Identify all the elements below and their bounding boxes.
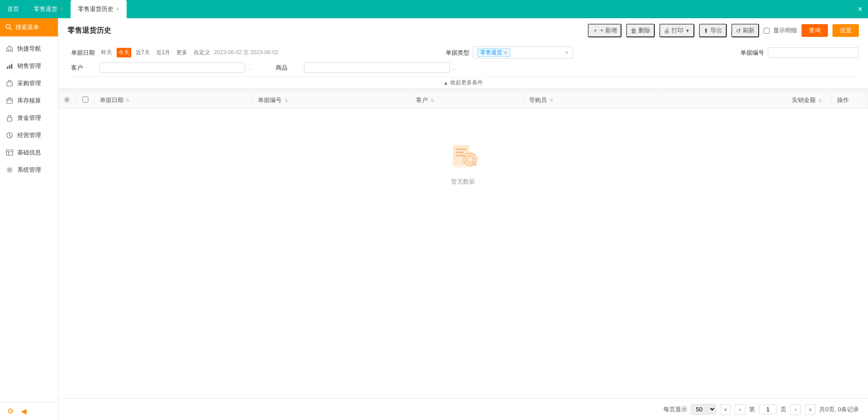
th-guide-sort-icon[interactable]: ⇅ [550, 98, 553, 103]
collapse-icon[interactable]: ◀ [21, 407, 26, 415]
date-more[interactable]: 更多 [175, 48, 189, 57]
table-container: 单据日期 ⇅ 单据编号 ⇅ 客户 ⇅ 导购员 ⇅ [58, 92, 868, 398]
customer-dots[interactable]: ... [245, 64, 254, 71]
refresh-button[interactable]: ↺ 刷新 [731, 24, 759, 37]
sidebar-item-basic-info[interactable]: 基础信息 [0, 144, 58, 161]
sidebar-item-inventory[interactable]: 库存核算 [0, 92, 58, 109]
voucher-type-select[interactable]: 零售退货 × ▼ [473, 46, 573, 59]
th-guide[interactable]: 导购员 ⇅ [524, 92, 659, 108]
th-no[interactable]: 单据编号 ⇅ [252, 92, 410, 108]
date-7days[interactable]: 近7天 [134, 48, 152, 57]
date-1month[interactable]: 近1月 [154, 48, 172, 57]
gear-circle-icon [5, 166, 14, 174]
svg-rect-5 [7, 82, 12, 86]
top-bar: 首页 零售退货 × 零售退货历史 × × [0, 0, 868, 18]
page-input[interactable] [759, 405, 777, 414]
svg-rect-9 [6, 150, 13, 155]
sidebar-item-basic-info-label: 基础信息 [17, 149, 41, 157]
th-no-label: 单据编号 [258, 97, 282, 103]
th-date[interactable]: 单据日期 ⇅ [94, 92, 252, 108]
date-custom[interactable]: 自定义 [192, 48, 212, 57]
tab-retail-return-close[interactable]: × [60, 6, 63, 12]
svg-point-10 [9, 169, 11, 171]
collapse-button[interactable]: ▲ 收起更多条件 [67, 77, 859, 88]
add-label: + 新增 [600, 26, 617, 35]
export-icon: ⬆ [704, 27, 709, 34]
voucher-type-remove[interactable]: × [504, 50, 507, 56]
svg-line-1 [10, 28, 12, 30]
bar-icon [5, 131, 14, 139]
th-gear[interactable] [58, 92, 77, 108]
add-button[interactable]: ＋ + 新增 [588, 24, 621, 37]
date-shortcuts: 昨天 今天 近7天 近1月 更多 自定义 [99, 48, 212, 57]
prev-page-button[interactable]: ‹ [734, 404, 745, 415]
pagination-bar: 每页显示 10 20 50 100 « ‹ 第 页 › » 共0页, 0条记录 [58, 398, 868, 420]
sidebar-item-finance-label: 资金管理 [17, 114, 41, 122]
tab-retail-return[interactable]: 零售退货 × [26, 0, 71, 18]
svg-rect-7 [7, 118, 12, 121]
print-icon: 🖨 [664, 27, 670, 34]
display-toggle[interactable]: 显示明细 [764, 26, 797, 35]
goods-input[interactable] [304, 62, 450, 73]
svg-rect-14 [456, 149, 467, 150]
th-amount-sort-icon[interactable]: ⇅ [818, 98, 822, 103]
tab-retail-return-history-close[interactable]: × [116, 6, 119, 12]
select-all-checkbox[interactable] [82, 97, 88, 102]
print-button[interactable]: 🖨 打印 ▼ [659, 24, 694, 37]
sidebar-item-system[interactable]: 系统管理 [0, 161, 58, 179]
th-customer-sort-icon[interactable]: ⇅ [431, 98, 434, 103]
th-guide-label: 导购员 [529, 97, 547, 103]
delete-button[interactable]: 🗑 删除 [626, 24, 655, 37]
goods-label: 商品 [272, 64, 304, 72]
export-button[interactable]: ⬆ 导出 [699, 24, 727, 37]
date-yesterday[interactable]: 昨天 [99, 48, 114, 57]
settings-icon[interactable]: ⚙ [7, 407, 14, 415]
sidebar-item-purchase[interactable]: 采购管理 [0, 75, 58, 92]
th-date-sort-icon[interactable]: ⇅ [126, 98, 129, 103]
settings-button[interactable]: 设置 [832, 24, 859, 37]
tab-retail-return-history-label: 零售退货历史 [78, 5, 113, 13]
svg-rect-6 [7, 99, 12, 103]
page-header: 零售退货历史 ＋ + 新增 🗑 删除 🖨 打印 ▼ [58, 18, 868, 89]
per-page-select[interactable]: 10 20 50 100 [691, 404, 716, 415]
sidebar-item-finance[interactable]: 资金管理 [0, 109, 58, 127]
toolbar: ＋ + 新增 🗑 删除 🖨 打印 ▼ ⬆ 导出 [588, 24, 859, 37]
collapse-up-icon: ▲ [443, 80, 448, 86]
th-checkbox[interactable] [77, 92, 94, 108]
voucher-type-tag: 零售退货 × [477, 48, 510, 57]
tab-home[interactable]: 首页 [0, 0, 26, 18]
date-today[interactable]: 今天 [117, 48, 131, 57]
table-header: 单据日期 ⇅ 单据编号 ⇅ 客户 ⇅ 导购员 ⇅ [58, 92, 868, 108]
customer-input[interactable] [99, 62, 245, 73]
last-page-button[interactable]: » [805, 404, 816, 415]
th-no-sort-icon[interactable]: ⇅ [284, 98, 288, 103]
sidebar-nav: 快捷导航 销售管理 采购管理 库存核算 [0, 36, 58, 402]
th-customer[interactable]: 客户 ⇅ [411, 92, 524, 108]
search-icon [5, 24, 12, 31]
data-table: 单据日期 ⇅ 单据编号 ⇅ 客户 ⇅ 导购员 ⇅ [58, 92, 868, 204]
sidebar-item-operations[interactable]: 经营管理 [0, 127, 58, 144]
sidebar-item-system-label: 系统管理 [17, 166, 41, 174]
first-page-button[interactable]: « [720, 404, 731, 415]
sidebar-search[interactable]: 搜索菜单 [0, 18, 58, 36]
next-page-button[interactable]: › [790, 404, 801, 415]
sidebar-item-sales-label: 销售管理 [17, 62, 41, 70]
th-customer-label: 客户 [416, 97, 428, 103]
tab-retail-return-history[interactable]: 零售退货历史 × [71, 0, 127, 18]
filter-row-customer: 客户 ... 商品 ... [67, 62, 859, 73]
home-icon [5, 45, 14, 53]
total-label: 共0页, 0条记录 [819, 405, 859, 414]
column-settings-icon[interactable] [64, 97, 70, 104]
goods-dots[interactable]: ... [450, 64, 458, 71]
sidebar-item-sales[interactable]: 销售管理 [0, 57, 58, 75]
display-toggle-checkbox[interactable] [764, 28, 770, 34]
th-date-label: 单据日期 [100, 97, 123, 103]
query-button[interactable]: 查询 [801, 24, 828, 37]
sidebar-item-quick-nav[interactable]: 快捷导航 [0, 40, 58, 57]
voucher-no-input[interactable] [768, 47, 859, 58]
window-close-button[interactable]: × [852, 5, 868, 14]
th-amount[interactable]: 实销金额 ⇅ [659, 92, 831, 108]
svg-rect-3 [9, 65, 10, 69]
sidebar: 搜索菜单 快捷导航 销售管理 采购管理 [0, 18, 58, 420]
shop-icon [5, 79, 14, 87]
